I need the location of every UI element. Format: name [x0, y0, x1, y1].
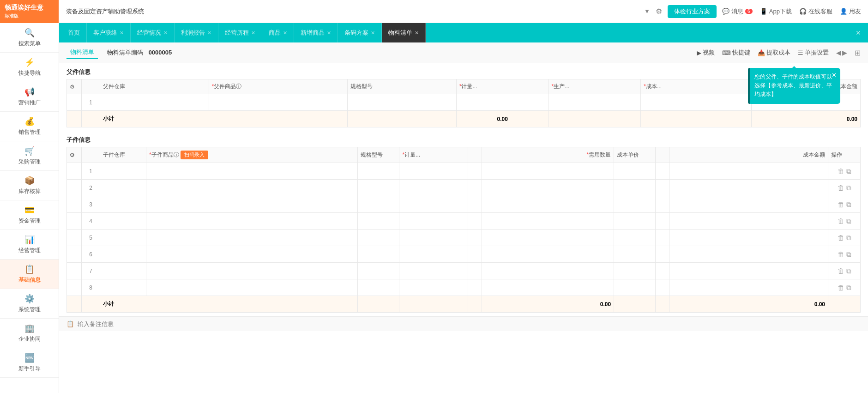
tab-goods[interactable]: 商品 ✕ — [262, 23, 294, 42]
copy-icon[interactable]: ⧉ — [846, 217, 851, 225]
sidebar-item-purchase[interactable]: 🛒 采购管理 — [0, 141, 59, 171]
parent-row1-spec[interactable] — [348, 94, 457, 111]
copy-icon[interactable]: ⧉ — [846, 234, 851, 242]
parent-subtotal-c2 — [549, 111, 641, 127]
delete-icon[interactable]: 🗑 — [838, 267, 844, 275]
message-item[interactable]: 💬 消息 6 — [722, 7, 753, 16]
note-icon: 📋 — [66, 320, 74, 327]
tooltip-close-btn[interactable]: ✕ — [832, 71, 837, 80]
bom-code-text: 物料清单编码 — [107, 49, 143, 56]
sidebar-item-enterprise[interactable]: 🏢 企业协同 — [0, 319, 59, 348]
scan-button[interactable]: 扫码录入 — [181, 151, 208, 159]
child-col-unit-cost: 成本单价 — [614, 147, 656, 163]
child-table-wrapper: ⚙ 子件仓库 *子件商品ⓘ 扫码录入 规格型号 *计量... *需用数量 成本单… — [59, 147, 868, 313]
tab-operation-status[interactable]: 经营情况 ✕ — [131, 23, 175, 42]
parent-table-wrapper: ⚙ 父件仓库 *父件商品ⓘ 规格型号 *计量... *生产... *成本... … — [59, 79, 868, 127]
sidebar-item-quick-nav[interactable]: ⚡ 快捷导航 — [0, 53, 59, 82]
online-service-item[interactable]: 🎧 在线客服 — [799, 7, 832, 16]
parent-row1-cost[interactable] — [641, 94, 733, 111]
sidebar-item-basic[interactable]: 📋 基础信息 — [0, 260, 59, 289]
tab-customer-label: 客户联络 — [93, 29, 117, 37]
delete-icon[interactable]: 🗑 — [838, 217, 844, 225]
headset-icon: 🎧 — [799, 8, 807, 15]
copy-icon[interactable]: ⧉ — [846, 167, 851, 175]
copy-icon[interactable]: ⧉ — [846, 200, 851, 209]
app-download-item[interactable]: 📱 App下载 — [760, 7, 792, 16]
tab-bom-close[interactable]: ✕ — [415, 30, 419, 36]
delete-icon[interactable]: 🗑 — [838, 234, 844, 242]
parent-col-spec: 规格型号 — [348, 79, 457, 94]
parent-row1-warehouse[interactable] — [100, 94, 209, 111]
tab-home[interactable]: 首页 — [61, 23, 87, 42]
sidebar-item-operation[interactable]: 📊 经营管理 — [0, 230, 59, 260]
close-all-tabs[interactable]: ✕ — [851, 29, 866, 36]
parent-subtotal-row: 小计 0.00 0.00 — [67, 111, 861, 127]
topbar-dropdown-icon[interactable]: ▼ — [644, 8, 650, 15]
tab-operation-history[interactable]: 经营历程 ✕ — [218, 23, 262, 42]
building-icon: 🏢 — [24, 323, 35, 333]
tab-profit[interactable]: 利润报告 ✕ — [175, 23, 218, 42]
view-btn[interactable]: ▶ 视频 — [697, 48, 715, 57]
shortcut-btn[interactable]: ⌨ 快捷键 — [722, 48, 750, 57]
copy-icon[interactable]: ⧉ — [846, 184, 851, 192]
sidebar-item-system[interactable]: ⚙️ 系统管理 — [0, 289, 59, 319]
parent-row1-product[interactable] — [209, 94, 347, 111]
child-section-title: 子件信息 — [59, 131, 868, 147]
parent-table: ⚙ 父件仓库 *父件商品ⓘ 规格型号 *计量... *生产... *成本... … — [66, 79, 861, 127]
tab-profit-close[interactable]: ✕ — [207, 30, 211, 36]
sidebar-item-search[interactable]: 🔍 搜索菜单 — [0, 23, 59, 53]
single-setting-btn[interactable]: ☰ 单据设置 — [798, 48, 829, 57]
tab-customer[interactable]: 客户联络 ✕ — [87, 23, 131, 42]
sidebar-item-inventory[interactable]: 📦 库存核算 — [0, 171, 59, 200]
parent-subtotal-c4 — [733, 111, 752, 127]
tab-goods-close[interactable]: ✕ — [283, 30, 287, 36]
arrow-right[interactable]: ▶ — [842, 49, 847, 56]
user-icon: 👤 — [840, 8, 847, 15]
sidebar-label-basic: 基础信息 — [18, 276, 41, 284]
bom-code-value: 0000005 — [149, 49, 172, 56]
parent-row1-production[interactable] — [549, 94, 641, 111]
clipboard-icon: 📋 — [24, 264, 35, 274]
cost-label: 提取成本 — [766, 48, 790, 57]
tab-operation-status-label: 经营情况 — [137, 29, 161, 37]
child-col-needed-qty: *需用数量 — [482, 147, 614, 163]
trial-button[interactable]: 体验行业方案 — [668, 5, 717, 18]
parent-row1-quantity[interactable] — [456, 94, 549, 111]
copy-icon[interactable]: ⧉ — [846, 267, 851, 275]
topbar-settings-icon[interactable]: ⚙ — [656, 7, 662, 16]
sub-tab-bom[interactable]: 物料清单 — [66, 46, 98, 59]
child-subtotal-row: 小计 0.00 0.00 — [67, 296, 861, 313]
tab-barcode-close[interactable]: ✕ — [371, 30, 375, 36]
sidebar-item-finance[interactable]: 💳 资金管理 — [0, 200, 59, 230]
delete-icon[interactable]: 🗑 — [838, 200, 844, 209]
parent-col-settings[interactable]: ⚙ — [67, 79, 82, 94]
copy-icon[interactable]: ⧉ — [846, 250, 851, 259]
delete-icon[interactable]: 🗑 — [838, 284, 844, 292]
tab-barcode[interactable]: 条码方案 ✕ — [338, 23, 382, 42]
child-col-cost-amount: 成本金额 — [669, 147, 828, 163]
note-input[interactable] — [78, 320, 861, 327]
sidebar-item-guide[interactable]: 🆕 新手引导 — [0, 348, 59, 378]
delete-icon[interactable]: 🗑 — [838, 250, 844, 259]
tab-operation-status-close[interactable]: ✕ — [163, 30, 168, 36]
user-item[interactable]: 👤 用友 — [840, 7, 861, 16]
grid-view-icon[interactable]: ⊞ — [855, 48, 861, 57]
child-col-settings[interactable]: ⚙ — [67, 147, 82, 163]
sidebar-label-inventory: 库存核算 — [18, 187, 41, 195]
sidebar-item-sales[interactable]: 💰 销售管理 — [0, 112, 59, 141]
tab-bom[interactable]: 物料清单 ✕ — [382, 23, 426, 42]
tab-customer-close[interactable]: ✕ — [120, 30, 124, 36]
parent-subtotal-c1 — [348, 111, 457, 127]
delete-icon[interactable]: 🗑 — [838, 167, 844, 175]
topbar-right: 💬 消息 6 📱 App下载 🎧 在线客服 👤 用友 — [722, 7, 861, 16]
tab-new-goods-close[interactable]: ✕ — [327, 30, 331, 36]
cost-btn[interactable]: 📥 提取成本 — [758, 48, 790, 57]
sidebar-item-marketing[interactable]: 📢 营销推广 — [0, 82, 59, 112]
arrow-left[interactable]: ◀ — [836, 49, 841, 56]
delete-icon[interactable]: 🗑 — [838, 184, 844, 192]
gear-icon: ⚙️ — [24, 294, 35, 304]
tab-new-goods[interactable]: 新增商品 ✕ — [294, 23, 338, 42]
copy-icon[interactable]: ⧉ — [846, 284, 851, 292]
sidebar-label-quick-nav: 快捷导航 — [18, 69, 41, 77]
tab-operation-history-close[interactable]: ✕ — [251, 30, 255, 36]
